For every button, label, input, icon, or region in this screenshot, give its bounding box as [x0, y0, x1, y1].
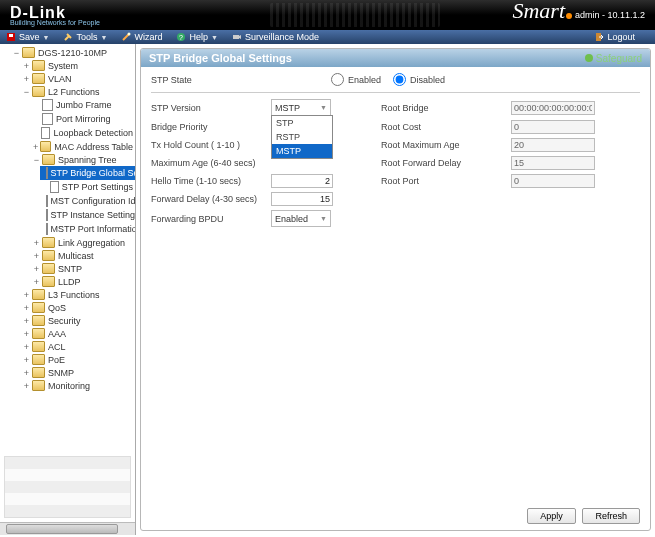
tree-mac[interactable]: +MAC Address Table	[30, 140, 135, 153]
refresh-button[interactable]: Refresh	[582, 508, 640, 524]
shield-icon	[585, 54, 593, 62]
root-cost-value	[511, 120, 595, 134]
tree-loopback[interactable]: Loopback Detection	[30, 126, 135, 140]
tools-icon	[63, 32, 73, 42]
product-name: Smart	[512, 0, 565, 24]
tree-poe[interactable]: +PoE	[20, 353, 135, 366]
root-bridge-label: Root Bridge	[381, 103, 511, 113]
menu-help[interactable]: ? Help▼	[176, 32, 217, 42]
tree-stp-instance[interactable]: STP Instance Settings	[40, 208, 135, 222]
menu-surveillance[interactable]: Surveillance Mode	[232, 32, 319, 42]
stp-version-label: STP Version	[151, 103, 271, 113]
dropdown-option-rstp[interactable]: RSTP	[272, 130, 332, 144]
menu-surveillance-label: Surveillance Mode	[245, 32, 319, 42]
menu-wizard-label: Wizard	[134, 32, 162, 42]
tree-portmirror[interactable]: Port Mirroring	[30, 112, 135, 126]
chevron-down-icon: ▼	[211, 34, 218, 41]
svg-rect-5	[233, 35, 239, 39]
hello-time-label: Hello Time (1-10 secs)	[151, 176, 271, 186]
apply-button[interactable]: Apply	[527, 508, 576, 524]
content-panel: STP Bridge Global Settings Safeguard STP…	[140, 48, 651, 531]
tree-snmp[interactable]: +SNMP	[20, 366, 135, 379]
menu-tools-label: Tools	[76, 32, 97, 42]
stp-state-enabled[interactable]: Enabled	[331, 73, 381, 86]
chevron-down-icon: ▼	[320, 104, 327, 111]
menubar: Save▼ Tools▼ Wizard ? Help▼ Surveillance…	[0, 30, 655, 44]
chevron-down-icon: ▼	[100, 34, 107, 41]
page-title-bar: STP Bridge Global Settings Safeguard	[141, 49, 650, 67]
root-bridge-value	[511, 101, 595, 115]
tree-root[interactable]: −DGS-1210-10MP	[10, 46, 135, 59]
brand-tagline: Building Networks for People	[10, 20, 100, 26]
tree-system[interactable]: +System	[20, 59, 135, 72]
tree-l2[interactable]: −L2 Functions	[20, 85, 135, 98]
root-fwddelay-value	[511, 156, 595, 170]
stp-version-dropdown[interactable]: STP RSTP MSTP	[271, 115, 333, 159]
horizontal-scrollbar[interactable]	[0, 522, 135, 535]
sidebar: −DGS-1210-10MP +System +VLAN −L2 Functio…	[0, 44, 136, 535]
stp-version-select[interactable]: MSTP▼	[271, 99, 331, 116]
user-icon	[566, 13, 572, 19]
tree-aaa[interactable]: +AAA	[20, 327, 135, 340]
brand-logo: D-Link Building Networks for People	[10, 4, 100, 26]
bridge-priority-label: Bridge Priority	[151, 122, 271, 132]
nav-tree[interactable]: −DGS-1210-10MP +System +VLAN −L2 Functio…	[0, 44, 135, 452]
forward-delay-input[interactable]	[271, 192, 333, 206]
safeguard-label: Safeguard	[596, 53, 642, 64]
dropdown-option-mstp[interactable]: MSTP	[272, 144, 332, 158]
tree-stp-global[interactable]: STP Bridge Global Settings	[40, 166, 135, 180]
menu-help-label: Help	[189, 32, 208, 42]
tree-mst-config[interactable]: MST Configuration Identific	[40, 194, 135, 208]
menu-save-label: Save	[19, 32, 40, 42]
menu-tools[interactable]: Tools▼	[63, 32, 107, 42]
tree-sntp[interactable]: +SNTP	[30, 262, 135, 275]
radio-disabled[interactable]	[393, 73, 406, 86]
tree-spanningtree[interactable]: −Spanning Tree	[30, 153, 135, 166]
tree-multicast[interactable]: +Multicast	[30, 249, 135, 262]
tree-monitoring[interactable]: +Monitoring	[20, 379, 135, 392]
svg-text:?: ?	[179, 34, 183, 41]
radio-enabled[interactable]	[331, 73, 344, 86]
forwarding-bpdu-label: Forwarding BPDU	[151, 214, 271, 224]
switch-image	[270, 3, 440, 27]
menu-logout-label: Logout	[607, 32, 635, 42]
tree-acl[interactable]: +ACL	[20, 340, 135, 353]
forwarding-bpdu-select[interactable]: Enabled▼	[271, 210, 331, 227]
scrollbar-thumb[interactable]	[6, 524, 118, 534]
tree-security[interactable]: +Security	[20, 314, 135, 327]
tx-hold-label: Tx Hold Count ( 1-10 )	[151, 140, 271, 150]
dropdown-option-stp[interactable]: STP	[272, 116, 332, 130]
max-age-label: Maximum Age (6-40 secs)	[151, 158, 271, 168]
header: D-Link Building Networks for People Smar…	[0, 0, 655, 30]
menu-logout[interactable]: Logout	[594, 32, 635, 42]
device-image	[4, 456, 131, 518]
form-body: STP State Enabled Disabled STP Version M…	[141, 67, 650, 502]
svg-rect-1	[9, 34, 13, 37]
menu-wizard[interactable]: Wizard	[121, 32, 162, 42]
tree-l3[interactable]: +L3 Functions	[20, 288, 135, 301]
tree-linkagg[interactable]: +Link Aggregation	[30, 236, 135, 249]
tree-qos[interactable]: +QoS	[20, 301, 135, 314]
stp-state-label: STP State	[151, 75, 271, 85]
tree-lldp[interactable]: +LLDP	[30, 275, 135, 288]
safeguard-badge: Safeguard	[585, 53, 642, 64]
tree-mstp-portinfo[interactable]: MSTP Port Information	[40, 222, 135, 236]
tree-stp-port[interactable]: STP Port Settings	[40, 180, 135, 194]
root-port-label: Root Port	[381, 176, 511, 186]
divider	[151, 92, 640, 93]
hello-time-input[interactable]	[271, 174, 333, 188]
root-maxage-label: Root Maximum Age	[381, 140, 511, 150]
tree-jumbo[interactable]: Jumbo Frame	[30, 98, 135, 112]
forward-delay-label: Forward Delay (4-30 secs)	[151, 194, 271, 204]
save-icon	[6, 32, 16, 42]
menu-save[interactable]: Save▼	[6, 32, 49, 42]
root-port-value	[511, 174, 595, 188]
root-cost-label: Root Cost	[381, 122, 511, 132]
tree-vlan[interactable]: +VLAN	[20, 72, 135, 85]
form-footer: Apply Refresh	[141, 502, 650, 530]
stp-state-disabled[interactable]: Disabled	[393, 73, 445, 86]
wizard-icon	[121, 32, 131, 42]
chevron-down-icon: ▼	[320, 215, 327, 222]
root-maxage-value	[511, 138, 595, 152]
root-fwddelay-label: Root Forward Delay	[381, 158, 511, 168]
